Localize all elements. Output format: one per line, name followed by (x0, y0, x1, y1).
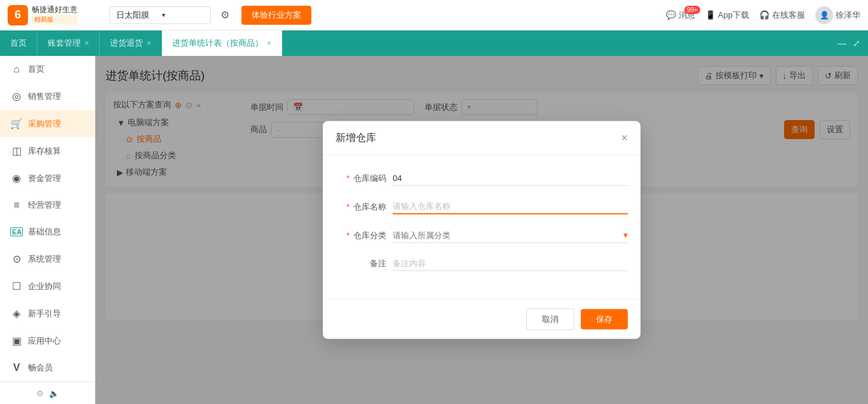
name-label: * 仓库名称 (336, 201, 386, 212)
category-select-wrapper[interactable]: ▾ (393, 227, 628, 243)
operations-icon: ≡ (10, 199, 23, 211)
enterprise-icon: ☐ (10, 280, 23, 292)
basic-info-icon: EA (10, 227, 23, 236)
sidebar-enterprise-label: 企业协同 (28, 281, 61, 292)
tab-account-label: 账套管理 (48, 37, 81, 49)
message-badge: 99+ (684, 6, 700, 14)
sidebar-guide-label: 新手引导 (28, 308, 61, 320)
settings-icon[interactable]: ⚙ (215, 5, 235, 25)
sidebar-purchase-label: 采购管理 (28, 118, 61, 130)
store-selector-chevron: ▾ (162, 11, 204, 18)
sidebar-item-system[interactable]: ⊙ 系统管理 (0, 245, 95, 273)
sidebar-system-label: 系统管理 (28, 253, 61, 265)
form-row-name: * 仓库名称 (336, 199, 628, 215)
headset-icon: 🎧 (759, 10, 770, 20)
app-download-label: App下载 (718, 10, 749, 21)
code-input[interactable] (393, 171, 628, 186)
sidebar-item-purchase[interactable]: 🛒 采购管理 (0, 110, 95, 137)
store-name: 日太阳膜 (116, 10, 158, 21)
tab-purchase-return-close[interactable]: × (147, 39, 151, 48)
dialog-header: 新增仓库 × (323, 121, 641, 156)
form-row-code: * 仓库编码 (336, 171, 628, 186)
add-warehouse-dialog: 新增仓库 × * 仓库编码 * 仓库名称 (323, 121, 641, 339)
settings-footer-icon[interactable]: ⚙ (36, 389, 44, 398)
messages-item[interactable]: 💬 消息 99+ (666, 10, 695, 21)
category-required-star: * (346, 230, 349, 239)
speaker-footer-icon[interactable]: 🔈 (49, 389, 59, 398)
tab-minimize-icon[interactable]: — (835, 36, 849, 51)
guide-icon: ◈ (10, 307, 23, 320)
sidebar-item-apps[interactable]: ▣ 应用中心 (0, 327, 95, 354)
dialog-footer: 取消 保存 (323, 299, 641, 339)
tab-purchase-stats[interactable]: 进货单统计表（按商品） × (162, 30, 282, 56)
save-button[interactable]: 保存 (581, 309, 628, 330)
sidebar: ⌂ 首页 ◎ 销售管理 🛒 采购管理 ◫ 库存核算 ◉ 资金管理 ≡ 经营管理 … (0, 56, 95, 404)
logo-area: 6 畅捷通好生意 精易版 (8, 5, 103, 25)
inventory-icon: ◫ (10, 145, 23, 157)
store-selector[interactable]: 日太阳膜 ▾ (109, 6, 211, 24)
sidebar-finance-label: 资金管理 (28, 173, 61, 184)
tab-purchase-return[interactable]: 进货退货 × (100, 30, 162, 56)
sidebar-sales-label: 销售管理 (28, 91, 61, 102)
sidebar-item-basic-info[interactable]: EA 基础信息 (0, 219, 95, 245)
tab-account-close[interactable]: × (85, 39, 89, 48)
purchase-icon: 🛒 (10, 118, 23, 130)
name-input[interactable] (393, 199, 628, 215)
sidebar-home-label: 首页 (28, 64, 44, 75)
main-layout: ⌂ 首页 ◎ 销售管理 🛒 采购管理 ◫ 库存核算 ◉ 资金管理 ≡ 经营管理 … (0, 56, 868, 404)
sidebar-item-guide[interactable]: ◈ 新手引导 (0, 300, 95, 327)
sidebar-item-finance[interactable]: ◉ 资金管理 (0, 165, 95, 192)
tab-purchase-stats-label: 进货单统计表（按商品） (172, 37, 263, 49)
phone-icon: 📱 (705, 10, 715, 20)
dialog-body: * 仓库编码 * 仓库名称 * 仓库分类 (323, 156, 641, 299)
member-icon: V (10, 362, 23, 374)
top-header: 6 畅捷通好生意 精易版 日太阳膜 ▾ ⚙ 体验行业方案 💬 消息 99+ 📱 … (0, 0, 868, 30)
online-service-label: 在线客服 (772, 10, 805, 21)
dialog-title: 新增仓库 (336, 131, 376, 145)
sidebar-item-enterprise[interactable]: ☐ 企业协同 (0, 273, 95, 300)
trial-button[interactable]: 体验行业方案 (241, 6, 311, 25)
system-icon: ⊙ (10, 253, 23, 265)
home-icon: ⌂ (10, 64, 23, 75)
category-input[interactable] (393, 230, 623, 239)
header-right: 💬 消息 99+ 📱 App下载 🎧 在线客服 👤 徐泽华 (666, 6, 860, 24)
sidebar-apps-label: 应用中心 (28, 335, 61, 347)
tab-account[interactable]: 账套管理 × (37, 30, 100, 56)
note-label: 备注 (336, 258, 386, 269)
app-download-item[interactable]: 📱 App下载 (705, 10, 749, 21)
user-name: 徐泽华 (836, 10, 860, 21)
sidebar-footer: ⚙ 🔈 (0, 382, 95, 404)
sidebar-item-home[interactable]: ⌂ 首页 (0, 56, 95, 83)
sidebar-basic-info-label: 基础信息 (28, 226, 61, 238)
finance-icon: ◉ (10, 172, 23, 184)
user-item[interactable]: 👤 徐泽华 (815, 6, 860, 24)
sidebar-item-member[interactable]: V 畅会员 (0, 354, 95, 381)
note-input[interactable] (393, 256, 628, 271)
sidebar-inventory-label: 库存核算 (28, 145, 61, 157)
dialog-close-button[interactable]: × (621, 131, 628, 145)
form-row-note: 备注 (336, 256, 628, 271)
sidebar-operations-label: 经营管理 (28, 199, 61, 211)
brand-name: 畅捷通好生意 (32, 5, 78, 15)
cancel-button[interactable]: 取消 (526, 309, 574, 330)
content-area: 进货单统计(按商品) 🖨 按模板打印 ▾ ↓ 导出 ↺ 刷新 (95, 56, 868, 404)
tab-expand-icon[interactable]: ⤢ (850, 36, 863, 51)
online-service-item[interactable]: 🎧 在线客服 (759, 10, 805, 21)
category-label: * 仓库分类 (336, 229, 386, 241)
form-row-category: * 仓库分类 ▾ (336, 227, 628, 243)
app-logo-icon: 6 (8, 5, 28, 25)
brand-badge: 精易版 (32, 15, 78, 25)
sidebar-item-operations[interactable]: ≡ 经营管理 (0, 192, 95, 219)
tab-purchase-return-label: 进货退货 (110, 37, 143, 49)
tab-home[interactable]: 首页 (0, 30, 37, 56)
apps-icon: ▣ (10, 335, 23, 347)
message-icon: 💬 (666, 10, 676, 20)
code-label: * 仓库编码 (336, 173, 386, 184)
sales-icon: ◎ (10, 90, 23, 102)
sidebar-item-inventory[interactable]: ◫ 库存核算 (0, 137, 95, 165)
code-required-star: * (346, 173, 349, 183)
sidebar-item-sales[interactable]: ◎ 销售管理 (0, 83, 95, 110)
sidebar-member-label: 畅会员 (28, 362, 53, 374)
category-dropdown-arrow[interactable]: ▾ (623, 230, 628, 240)
tab-purchase-stats-close[interactable]: × (267, 39, 271, 48)
